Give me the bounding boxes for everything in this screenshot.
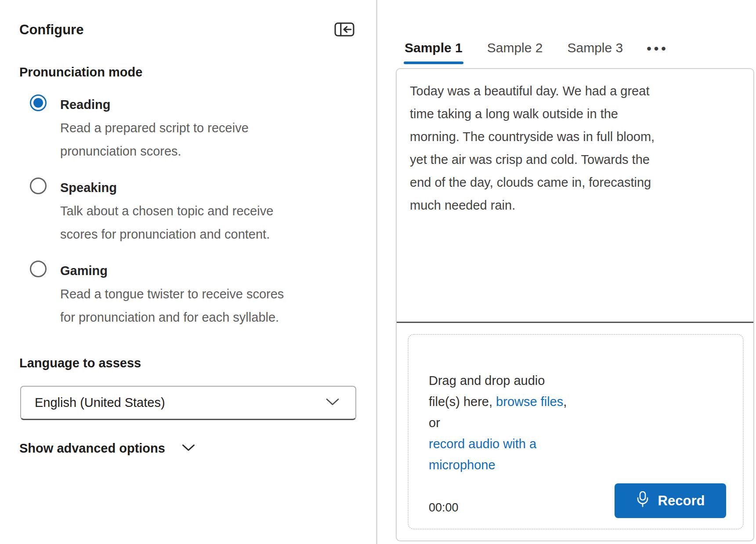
tabs-overflow-button[interactable]: ••• [647,39,669,58]
dropzone-instructions: Drag and drop audio file(s) here, browse… [429,370,567,475]
show-advanced-options-label: Show advanced options [19,439,165,458]
browse-files-link[interactable]: browse files [496,395,563,409]
radio-description-line: for pronunciation and for each syllable. [60,306,344,329]
radio-button-reading[interactable] [30,94,47,111]
collapse-panel-left-icon [334,22,354,38]
radio-label-speaking: Speaking [60,176,344,199]
radio-button-gaming[interactable] [30,261,47,277]
radio-description-line: pronunciation scores. [60,140,344,163]
radio-description-line: Read a prepared script to receive [60,116,344,140]
language-select[interactable]: English (United States) [20,386,356,420]
collapse-panel-button[interactable] [334,22,354,37]
pronunciation-mode-radio-group: Reading Read a prepared script to receiv… [19,93,344,342]
dropzone-text-line: or [429,412,567,433]
chevron-down-icon [326,398,340,408]
radio-label-gaming: Gaming [60,259,344,283]
dropzone-text-line: file(s) here, [429,395,496,409]
recording-timer: 00:00 [429,501,459,515]
pronunciation-assessment-page: Configure Pronunciation mode Readin [0,0,756,544]
record-audio-link[interactable]: record audio with a [429,437,536,451]
configure-panel: Configure Pronunciation mode Readin [0,0,376,544]
dropzone-text-suffix: , [563,395,567,409]
language-select-value: English (United States) [35,395,165,410]
radio-description-line: Talk about a chosen topic and receive [60,199,344,223]
record-audio-link[interactable]: microphone [429,458,496,472]
radio-description-line: scores for pronunciation and content. [60,223,344,246]
script-text-line: Today was a beautiful day. We had a grea… [410,80,740,102]
configure-panel-header: Configure [19,20,354,40]
script-text-line: morning. The countryside was in full blo… [410,125,740,148]
radio-button-speaking[interactable] [30,178,47,194]
radio-label-reading: Reading [60,93,344,116]
script-text-line: time taking a long walk outside in the [410,102,740,125]
script-text-line: yet the air was crisp and cold. Towards … [410,148,740,171]
record-button[interactable]: Record [615,483,726,518]
tab-sample-2[interactable]: Sample 2 [486,39,544,64]
script-textarea[interactable]: Today was a beautiful day. We had a grea… [397,69,753,323]
chevron-down-icon [182,444,195,453]
dropzone-text-line: Drag and drop audio [429,370,567,391]
tab-sample-1[interactable]: Sample 1 [404,39,463,64]
sample-tabs: Sample 1 Sample 2 Sample 3 ••• [404,39,669,64]
radio-description-line: Read a tongue twister to receive scores [60,283,344,306]
pronunciation-mode-heading: Pronunciation mode [19,63,142,81]
language-to-assess-heading: Language to assess [19,354,141,372]
page-title: Configure [19,22,83,38]
sample-panel: Sample 1 Sample 2 Sample 3 ••• Today was… [377,0,756,544]
script-text-line: much needed rain. [410,194,740,217]
audio-dropzone[interactable]: Drag and drop audio file(s) here, browse… [408,334,744,529]
radio-option-speaking[interactable]: Speaking Talk about a chosen topic and r… [19,176,344,246]
record-button-label: Record [658,493,705,509]
radio-option-gaming[interactable]: Gaming Read a tongue twister to receive … [19,259,344,329]
tab-sample-3[interactable]: Sample 3 [566,39,624,64]
show-advanced-options-toggle[interactable]: Show advanced options [19,439,195,458]
radio-option-reading[interactable]: Reading Read a prepared script to receiv… [19,93,344,163]
microphone-icon [636,491,649,511]
sample-card: Today was a beautiful day. We had a grea… [396,68,754,541]
dropzone-footer: 00:00 Record [429,483,726,518]
script-text-line: end of the day, clouds came in, forecast… [410,171,740,194]
